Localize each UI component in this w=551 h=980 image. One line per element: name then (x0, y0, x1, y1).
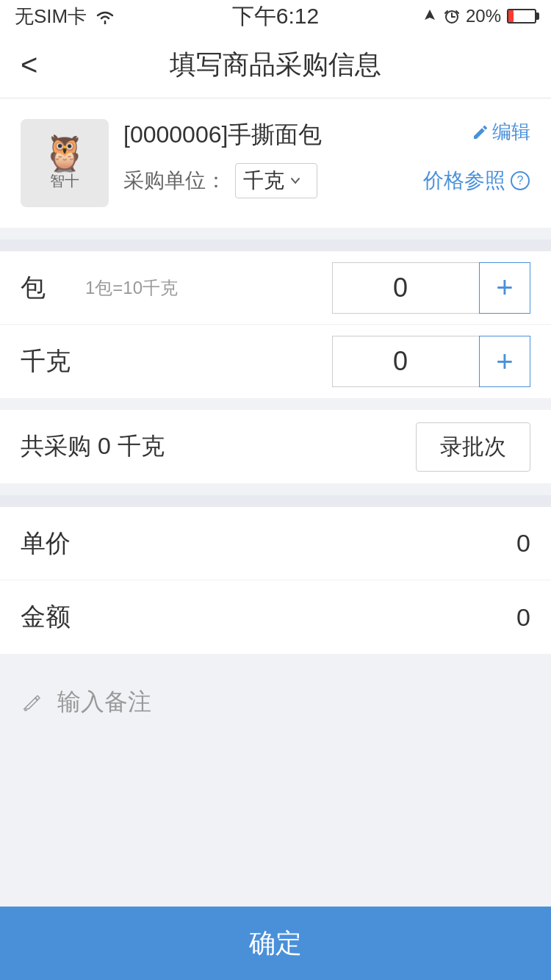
unit-price-row: 单价 0 (0, 507, 551, 580)
bag-input-area: + (332, 262, 530, 314)
product-image: 🦉 智十 (21, 119, 109, 207)
amount-value: 0 (516, 603, 530, 632)
product-name: [0000006]手撕面包 (123, 119, 322, 151)
edit-label: 编辑 (492, 119, 530, 145)
status-right: 20% (422, 6, 536, 26)
status-bar: 无SIM卡 下午6:12 20% (0, 0, 551, 32)
edit-button[interactable]: 编辑 (472, 119, 530, 145)
location-icon (422, 8, 438, 24)
info-icon: ? (510, 170, 530, 191)
product-unit-row: 采购单位： 千克 价格参照 ? (123, 163, 530, 198)
chevron-down-icon (289, 174, 302, 187)
amount-row: 金额 0 (0, 580, 551, 654)
bag-label: 包 (21, 271, 79, 305)
bag-input-row: 包 1包=10千克 + (0, 251, 551, 325)
kg-input-row: 千克 + (0, 325, 551, 398)
nav-bar: < 填写商品采购信息 (0, 32, 551, 98)
kg-input-area: + (332, 336, 530, 387)
edit-icon (472, 123, 489, 141)
input-section: 包 1包=10千克 + 千克 + (0, 251, 551, 398)
page-title: 填写商品采购信息 (170, 47, 381, 83)
battery-indicator (507, 9, 536, 24)
section-separator-1 (0, 239, 551, 251)
status-left: 无SIM卡 (15, 4, 116, 29)
price-ref-label: 价格参照 (423, 167, 505, 195)
record-batch-button[interactable]: 录批次 (416, 422, 530, 472)
unit-label: 采购单位： (123, 167, 226, 195)
kg-quantity-input[interactable] (332, 336, 479, 387)
summary-row: 共采购 0 千克 录批次 (0, 410, 551, 483)
notes-placeholder: 输入备注 (57, 686, 151, 718)
info-section: 单价 0 金额 0 (0, 507, 551, 654)
bag-quantity-input[interactable] (332, 262, 479, 314)
kg-label: 千克 (21, 345, 79, 378)
product-image-label: 智十 (50, 171, 79, 191)
product-card: 🦉 智十 [0000006]手撕面包 编辑 采购单位： 千克 (0, 98, 551, 228)
summary-text: 共采购 0 千克 (21, 430, 165, 463)
unit-select[interactable]: 千克 (235, 163, 317, 198)
section-separator-2 (0, 495, 551, 507)
unit-price-label: 单价 (21, 527, 71, 561)
confirm-button[interactable]: 确定 (0, 907, 551, 980)
amount-label: 金额 (21, 600, 71, 634)
pencil-icon (21, 690, 46, 715)
alarm-icon (444, 8, 460, 24)
kg-plus-button[interactable]: + (479, 336, 530, 387)
notes-section[interactable]: 输入备注 (0, 666, 551, 739)
back-button[interactable]: < (21, 48, 37, 82)
svg-text:?: ? (517, 174, 524, 187)
wifi-icon (94, 8, 116, 24)
unit-price-value: 0 (516, 529, 530, 558)
status-time: 下午6:12 (232, 1, 319, 32)
unit-value: 千克 (243, 167, 284, 195)
price-ref-button[interactable]: 价格参照 ? (423, 167, 530, 195)
battery-percent: 20% (466, 6, 501, 26)
product-name-row: [0000006]手撕面包 编辑 (123, 119, 530, 151)
bag-sublabel: 1包=10千克 (85, 276, 332, 300)
carrier-text: 无SIM卡 (15, 4, 87, 29)
product-owl-icon: 🦉 (43, 136, 87, 171)
product-info: [0000006]手撕面包 编辑 采购单位： 千克 (123, 119, 530, 198)
bag-plus-button[interactable]: + (479, 262, 530, 314)
